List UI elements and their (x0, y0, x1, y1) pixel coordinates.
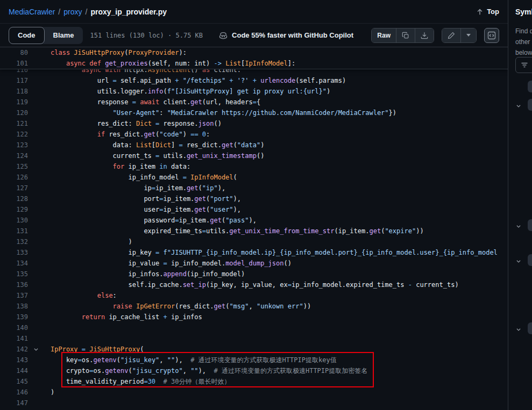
line-number[interactable]: 137 (0, 290, 28, 301)
collapse-toggle (28, 387, 51, 398)
clipped-line: 116 async with httpx.AsyncClient() as cl… (0, 69, 508, 75)
symbol-expand-toggle[interactable] (516, 101, 521, 111)
line-number[interactable]: 136 (0, 279, 28, 290)
copilot-icon (219, 31, 228, 40)
file-meta: 151 lines (130 loc) · 5.75 KB (90, 32, 203, 39)
collapse-toggle (28, 376, 51, 387)
code-text: time_validity_period=30 # 30分钟（最长时效） (51, 376, 230, 387)
download-button[interactable] (415, 28, 434, 42)
up-arrow-icon (476, 8, 484, 16)
symbol-item[interactable] (528, 254, 532, 266)
line-number[interactable]: 118 (0, 86, 28, 97)
line-number[interactable]: 142 (0, 344, 28, 355)
code-text: "User-Agent": "MediaCrawler https://gith… (51, 107, 396, 118)
raw-button[interactable]: Raw (372, 28, 396, 42)
code-text: current_ts = utils.get_unix_timestamp() (51, 150, 264, 161)
line-number[interactable]: 126 (0, 172, 28, 183)
symbol-expand-toggle[interactable] (516, 256, 521, 266)
chevron-down-icon[interactable] (516, 103, 521, 109)
tab-code[interactable]: Code (9, 27, 45, 44)
top-label: Top (487, 8, 499, 16)
line-number[interactable]: 128 (0, 193, 28, 204)
line-number[interactable]: 145 (0, 376, 28, 387)
line-number[interactable]: 127 (0, 183, 28, 193)
symbol-item[interactable] (528, 219, 532, 231)
line-number[interactable]: 121 (0, 118, 28, 129)
code-text: self.ip_cache.set_ip(ip_key, ip_value, e… (51, 279, 459, 290)
chevron-down-icon[interactable] (516, 224, 521, 229)
code-text: user=ip_item.get("user"), (51, 204, 241, 215)
breadcrumb-repo-link[interactable]: MediaCrawler (9, 8, 55, 16)
line-number[interactable]: 138 (0, 301, 28, 312)
symbols-panel: Symbols Find definitions and references … (508, 0, 532, 410)
line-number[interactable]: 130 (0, 215, 28, 226)
collapse-toggle (28, 333, 51, 344)
code-line: 144 crypto=os.getenv("jisu_crypto", ""),… (0, 365, 508, 376)
code-line: 125 for ip_item in data: (0, 161, 508, 172)
code-text: utils.logger.info(f"[JiSuHttpProxy] get … (51, 86, 330, 97)
chevron-down-icon[interactable] (516, 327, 521, 332)
line-number[interactable]: 131 (0, 226, 28, 236)
line-number[interactable]: 147 (0, 398, 28, 408)
code-line: 143 key=os.getenv("jisu_key", ""), # 通过环… (0, 355, 508, 365)
line-number[interactable]: 134 (0, 258, 28, 269)
breadcrumb-separator: / (85, 8, 87, 16)
chevron-down-icon[interactable] (33, 347, 39, 352)
collapse-toggle[interactable] (28, 344, 51, 355)
code-line: 101 async def get_proxies(self, num: int… (0, 58, 508, 69)
line-number[interactable]: 125 (0, 161, 28, 172)
copilot-banner[interactable]: Code 55% faster with GitHub Copilot (219, 31, 353, 40)
line-number[interactable]: 144 (0, 365, 28, 376)
symbol-item[interactable] (528, 322, 532, 334)
collapse-toggle (28, 290, 51, 301)
line-number[interactable]: 123 (0, 140, 28, 150)
breadcrumb-folder-link[interactable]: proxy (63, 8, 82, 16)
pencil-icon (448, 32, 455, 39)
line-number[interactable]: 122 (0, 129, 28, 140)
line-number[interactable]: 124 (0, 150, 28, 161)
line-number[interactable]: 117 (0, 75, 28, 86)
symbols-filter-input[interactable] (515, 57, 532, 73)
line-number[interactable]: 129 (0, 204, 28, 215)
collapse-toggle (28, 355, 51, 365)
scroll-to-top-link[interactable]: Top (476, 8, 499, 16)
line-number[interactable]: 80 (0, 47, 28, 58)
code-line: 116 async with httpx.AsyncClient() as cl… (0, 69, 508, 75)
code-line: 138 raise IpGetError(res_dict.get("msg",… (0, 301, 508, 312)
symbols-panel-icon (487, 31, 496, 40)
code-text: key=os.getenv("jisu_key", ""), # 通过环境变量的… (51, 355, 337, 365)
edit-button[interactable] (442, 28, 460, 42)
chevron-down-icon[interactable] (516, 258, 521, 264)
symbol-item[interactable] (528, 81, 532, 92)
collapse-toggle (28, 226, 51, 236)
line-number[interactable]: 116 (0, 69, 28, 75)
line-number[interactable]: 141 (0, 333, 28, 344)
tab-blame[interactable]: Blame (45, 27, 83, 44)
collapse-toggle (28, 247, 51, 258)
copy-button[interactable] (396, 28, 415, 42)
collapse-toggle (28, 269, 51, 279)
collapse-toggle (28, 301, 51, 312)
line-number[interactable]: 119 (0, 97, 28, 107)
symbol-expand-toggle[interactable] (516, 325, 521, 334)
line-number[interactable]: 101 (0, 58, 28, 69)
line-number[interactable]: 143 (0, 355, 28, 365)
code-viewer: 80class JiSuHttpProxy(ProxyProvider):101… (0, 47, 508, 410)
line-number[interactable]: 139 (0, 312, 28, 322)
line-number[interactable]: 140 (0, 322, 28, 333)
code-text: async with httpx.AsyncClient() as client… (51, 69, 241, 75)
line-number[interactable]: 120 (0, 107, 28, 118)
line-number[interactable]: 146 (0, 387, 28, 398)
edit-dropdown-button[interactable] (460, 28, 476, 42)
code-line: 120 "User-Agent": "MediaCrawler https://… (0, 107, 508, 118)
line-number[interactable]: 135 (0, 269, 28, 279)
collapse-toggle (28, 118, 51, 129)
symbols-panel-toggle[interactable] (484, 28, 499, 43)
symbol-item[interactable] (528, 99, 532, 111)
code-text: if res_dict.get("code") == 0: (51, 129, 210, 140)
code-line: 122 if res_dict.get("code") == 0: (0, 129, 508, 140)
line-number[interactable]: 132 (0, 236, 28, 247)
code-text: expired_time_ts=utils.get_unix_time_from… (51, 226, 424, 236)
line-number[interactable]: 133 (0, 247, 28, 258)
symbol-expand-toggle[interactable] (516, 221, 521, 231)
